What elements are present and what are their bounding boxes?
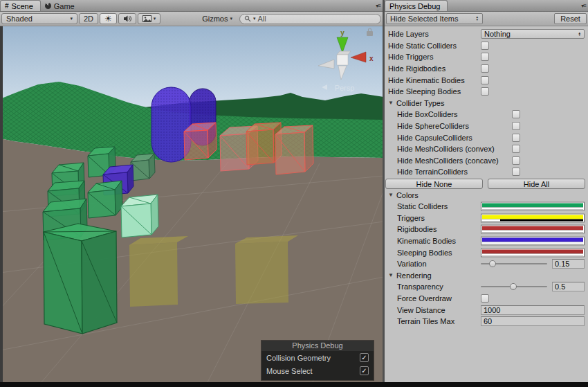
hide-boxcolliders-checkbox[interactable] — [512, 110, 520, 118]
transparency-value-field[interactable]: 0.5 — [552, 282, 585, 291]
triggers-color-label: Triggers — [397, 214, 425, 222]
variation-value-field[interactable]: 0.15 — [552, 259, 585, 269]
scene-toolbar: Shaded ▾ 2D ☀ ▾ — [0, 12, 383, 26]
hide-meshcolliders-concave-checkbox[interactable] — [512, 156, 520, 165]
hide-static-colliders-checkbox[interactable] — [481, 42, 489, 50]
force-overdraw-checkbox[interactable] — [481, 294, 489, 303]
transparency-slider[interactable] — [481, 281, 547, 292]
overlay-row: Collision Geometry ✓ — [261, 351, 374, 364]
scene-svg: yxPersp — [0, 26, 383, 382]
view-distance-label: View Distance — [397, 306, 445, 314]
hide-sleeping-bodies-checkbox[interactable] — [481, 87, 489, 96]
image-icon — [143, 15, 151, 22]
overlay-row: Mouse Select ✓ — [261, 364, 374, 377]
reset-button[interactable]: Reset — [554, 13, 587, 24]
hide-triggers-label: Hide Triggers — [388, 53, 433, 61]
viewport-left-edge — [0, 26, 3, 382]
force-overdraw-label: Force Overdraw — [397, 294, 452, 303]
triggers-color-field[interactable] — [481, 213, 585, 222]
hide-boxcolliders-label: Hide BoxColliders — [397, 110, 457, 118]
hide-kinematic-bodies-label: Hide Kinematic Bodies — [388, 76, 465, 84]
hide-spherecolliders-checkbox[interactable] — [512, 122, 520, 130]
gizmo-x-label: x — [369, 55, 374, 62]
hide-capsulecolliders-checkbox[interactable] — [512, 134, 520, 142]
hide-kinematic-bodies-checkbox[interactable] — [481, 76, 489, 84]
hide-none-button[interactable]: Hide None — [385, 179, 483, 189]
colors-foldout[interactable]: ▼ Colors — [385, 189, 588, 201]
hide-layers-dropdown[interactable]: Nothing ▲▼ — [481, 29, 585, 39]
2d-toggle-button[interactable]: 2D — [79, 13, 98, 24]
hide-all-button[interactable]: Hide All — [488, 179, 585, 189]
pane-menu-icon[interactable]: ▾≡ — [581, 3, 586, 9]
effects-dropdown-button[interactable]: ▾ — [138, 13, 161, 24]
pane-menu-icon[interactable]: ▾≡ — [376, 3, 380, 9]
hide-static-colliders-label: Hide Static Colliders — [388, 42, 457, 50]
gizmo-cube[interactable] — [337, 55, 348, 65]
sleeping-bodies-color-field[interactable] — [481, 248, 585, 257]
hide-sleeping-bodies-label: Hide Sleeping Bodies — [388, 87, 461, 96]
collider-types-foldout[interactable]: ▼ Collider Types — [385, 98, 588, 109]
collision-geometry-checkbox[interactable]: ✓ — [360, 353, 369, 362]
collision-geometry-label: Collision Geometry — [266, 354, 331, 362]
physics-debug-tabbar: Physics Debug ▾≡ — [385, 0, 588, 12]
hide-spherecolliders-label: Hide SphereColliders — [397, 122, 469, 130]
hide-meshcolliders-convex-checkbox[interactable] — [512, 145, 520, 153]
variation-label: Variation — [397, 260, 427, 268]
rigidbodies-color-field[interactable] — [481, 225, 585, 234]
chevron-down-icon: ▾ — [154, 16, 156, 21]
unity-editor-window: # Scene Game ▾≡ Shaded ▾ 2D ☀ — [0, 0, 588, 387]
view-distance-field[interactable]: 1000 — [481, 305, 585, 315]
hide-meshcolliders-convex-label: Hide MeshColliders (convex) — [397, 145, 495, 153]
physics-debug-toolbar: Hide Selected Items ▲▼ Reset — [385, 12, 588, 26]
tab-scene[interactable]: # Scene — [0, 0, 41, 11]
scene-viewport[interactable]: yxPersp Physics Debug Collision Geometry… — [0, 26, 383, 382]
hide-capsulecolliders-label: Hide CapsuleColliders — [397, 134, 472, 142]
lighting-toggle-button[interactable]: ☀ — [100, 13, 117, 24]
sun-icon: ☀ — [104, 15, 112, 22]
physics-debug-overlay: Physics Debug Collision Geometry ✓ Mouse… — [261, 341, 374, 380]
chevron-down-icon: ▾ — [70, 16, 73, 21]
window-bottom-edge — [0, 382, 588, 387]
sleeping-bodies-color-label: Sleeping Bodies — [397, 249, 452, 257]
scene-tabbar: # Scene Game ▾≡ — [0, 0, 383, 12]
hide-triggers-checkbox[interactable] — [481, 53, 489, 61]
lock-icon[interactable] — [367, 31, 373, 36]
tab-physics-debug[interactable]: Physics Debug — [385, 0, 448, 11]
scene-search-field[interactable]: ▾ All — [239, 14, 381, 24]
scene-grid-icon: # — [5, 2, 9, 10]
search-icon — [244, 15, 251, 22]
hide-terraincolliders-checkbox[interactable] — [512, 168, 520, 176]
foldout-arrow-icon: ▼ — [388, 272, 394, 278]
tab-game[interactable]: Game — [41, 1, 82, 11]
mouse-select-label: Mouse Select — [266, 367, 313, 375]
speaker-icon — [123, 15, 131, 23]
hide-layers-row: Hide Layers Nothing ▲▼ — [385, 28, 588, 40]
mouse-select-checkbox[interactable]: ✓ — [360, 366, 369, 375]
hide-rigidbodies-checkbox[interactable] — [481, 64, 489, 73]
kinematic-bodies-color-field[interactable] — [481, 236, 585, 245]
terrain-tiles-max-field[interactable]: 60 — [481, 316, 585, 326]
terrain-tiles-max-label: Terrain Tiles Max — [397, 317, 454, 325]
search-value: All — [258, 15, 266, 23]
rigidbodies-color-label: Rigidbodies — [397, 225, 437, 233]
foldout-arrow-icon: ▼ — [388, 192, 394, 198]
tab-scene-label: Scene — [12, 2, 33, 10]
hide-selected-items-dropdown[interactable]: Hide Selected Items ▲▼ — [386, 13, 483, 24]
rendering-foldout[interactable]: ▼ Rendering — [385, 269, 588, 281]
physics-debug-pane: Physics Debug ▾≡ Hide Selected Items ▲▼ … — [385, 0, 588, 382]
persp-label: Persp — [335, 84, 355, 92]
chevron-down-icon: ▾ — [230, 16, 232, 21]
shading-mode-dropdown[interactable]: Shaded ▾ — [1, 13, 77, 24]
tab-game-label: Game — [54, 2, 75, 10]
foldout-arrow-icon: ▼ — [388, 100, 394, 106]
chevron-down-icon: ▾ — [253, 16, 256, 21]
physics-debug-settings: Hide Layers Nothing ▲▼ Hide Static Colli… — [385, 26, 588, 327]
variation-slider[interactable] — [481, 258, 547, 269]
static-colliders-color-field[interactable] — [481, 202, 585, 211]
audio-toggle-button[interactable] — [118, 13, 136, 24]
popup-icon: ▲▼ — [578, 32, 581, 37]
scene-pane: # Scene Game ▾≡ Shaded ▾ 2D ☀ — [0, 0, 383, 382]
hide-terraincolliders-label: Hide TerrainColliders — [397, 168, 468, 176]
gizmos-dropdown[interactable]: Gizmos ▾ — [198, 13, 237, 24]
game-icon — [45, 3, 51, 9]
